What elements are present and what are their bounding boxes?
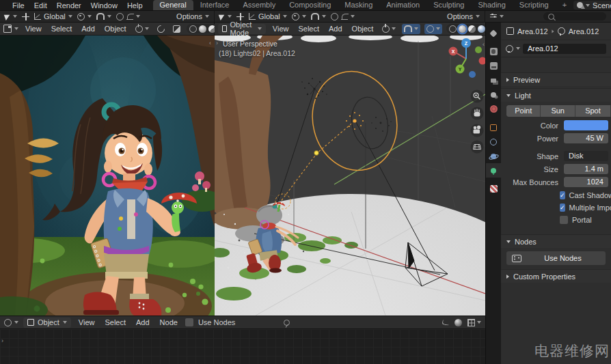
zoom-button[interactable] xyxy=(471,90,484,103)
shading-material-button[interactable] xyxy=(468,25,476,33)
panel-custom-properties[interactable]: Custom Properties xyxy=(501,269,611,283)
shading-solid-button[interactable] xyxy=(459,25,466,33)
pivot-dropdown[interactable] xyxy=(292,13,306,20)
pin-icon[interactable] xyxy=(284,320,290,326)
tab-interface[interactable]: Interface xyxy=(193,0,236,10)
light-color-swatch[interactable] xyxy=(564,120,608,130)
xray-toggle[interactable] xyxy=(171,24,182,34)
menu-view[interactable]: View xyxy=(23,25,44,33)
viewport-solid[interactable]: X Z Y xyxy=(215,36,485,316)
menu-window[interactable]: Window xyxy=(86,1,122,10)
tab-object[interactable] xyxy=(486,120,501,135)
tweak-tool-button[interactable] xyxy=(219,14,232,20)
tab-sculpting[interactable]: Sculpting xyxy=(426,0,471,10)
max-bounces-field[interactable]: 1024 xyxy=(564,177,608,187)
chevron-down-icon[interactable] xyxy=(477,321,481,324)
use-nodes-button[interactable]: Use Nodes xyxy=(506,251,606,265)
proportional-edit-dropdown[interactable] xyxy=(116,13,140,20)
power-field[interactable]: 45 W xyxy=(564,133,608,143)
gizmo-toggle[interactable] xyxy=(380,24,398,34)
tab-general[interactable]: General xyxy=(153,0,193,10)
panel-light[interactable]: Light xyxy=(501,88,611,102)
portal-checkbox[interactable] xyxy=(560,216,568,224)
menu-view[interactable]: View xyxy=(270,25,292,33)
shape-dropdown[interactable]: Disk xyxy=(564,151,608,161)
menu-object[interactable]: Object xyxy=(349,25,377,33)
menu-help[interactable]: Help xyxy=(122,1,148,10)
ortho-toggle-button[interactable] xyxy=(471,141,484,154)
mode-dropdown[interactable]: Object Mode xyxy=(218,24,266,34)
datablock-name-field[interactable]: Area.012 xyxy=(523,44,606,54)
camera-view-button[interactable] xyxy=(471,124,484,137)
shading-solid-button[interactable] xyxy=(199,25,206,33)
breadcrumb-object[interactable]: Area.012 xyxy=(517,27,548,36)
tab-scene[interactable] xyxy=(486,87,501,102)
options-dropdown-mid[interactable]: Options xyxy=(447,12,480,20)
use-nodes-checkbox[interactable] xyxy=(185,318,193,326)
light-type-spot[interactable]: Spot xyxy=(575,105,611,117)
panel-preview[interactable]: Preview xyxy=(501,72,611,86)
chevron-down-icon[interactable] xyxy=(516,47,520,50)
snap-dropdown[interactable] xyxy=(311,13,326,20)
scene-selector[interactable]: Scene xyxy=(573,1,611,10)
move-tool-icon[interactable] xyxy=(236,13,244,20)
proportional-toggle-active[interactable] xyxy=(424,24,442,34)
menu-select[interactable]: Select xyxy=(295,25,322,33)
orientation-dropdown[interactable]: Global xyxy=(249,12,287,20)
menu-node[interactable]: Node xyxy=(157,318,180,326)
overlay-toggle[interactable] xyxy=(155,24,167,34)
menu-view[interactable]: View xyxy=(76,318,98,326)
tab-shading[interactable]: Shading xyxy=(471,0,512,10)
shading-rendered-button[interactable] xyxy=(478,25,485,33)
menu-add[interactable]: Add xyxy=(133,318,152,326)
sidebar-toggle-icon[interactable]: ‹ xyxy=(483,41,485,48)
snap-dropdown[interactable] xyxy=(96,13,111,20)
tab-masking[interactable]: Masking xyxy=(338,0,379,10)
scene-name[interactable]: Scene xyxy=(593,1,611,10)
orientation-dropdown[interactable]: Global xyxy=(34,12,72,20)
pan-button[interactable] xyxy=(471,107,484,120)
light-handle-dot[interactable] xyxy=(314,151,319,156)
shading-wireframe-button[interactable] xyxy=(449,25,457,33)
pivot-dropdown[interactable] xyxy=(77,13,92,20)
multiple-importance-checkbox[interactable]: ✓ xyxy=(560,204,565,212)
light-type-sun[interactable]: Sun xyxy=(541,105,575,117)
snap-toggle-active[interactable] xyxy=(402,24,420,34)
properties-search-input[interactable] xyxy=(543,12,606,20)
tab-compositing[interactable]: Compositing xyxy=(282,0,338,10)
editor-type-button[interactable] xyxy=(3,25,18,33)
tab-assembly[interactable]: Assembly xyxy=(236,0,282,10)
menu-add[interactable]: Add xyxy=(326,25,345,33)
panel-nodes[interactable]: Nodes xyxy=(501,234,611,248)
size-field[interactable]: 1.4 m xyxy=(564,164,608,174)
parent-node-tree-icon[interactable] xyxy=(442,320,449,326)
toolbar-toggle-icon[interactable]: › xyxy=(1,337,3,344)
menu-add[interactable]: Add xyxy=(79,25,98,33)
snap-grid-icon[interactable] xyxy=(467,319,475,326)
tweak-tool-button[interactable] xyxy=(5,14,17,20)
cast-shadow-checkbox[interactable]: ✓ xyxy=(560,191,565,199)
tab-tool[interactable] xyxy=(486,26,501,40)
light-type-point[interactable]: Point xyxy=(506,105,541,117)
tab-output[interactable] xyxy=(486,59,501,73)
tab-animation[interactable]: Animation xyxy=(379,0,426,10)
move-tool-icon[interactable] xyxy=(22,13,29,20)
tab-view-layer[interactable] xyxy=(486,73,501,87)
tab-constraints[interactable] xyxy=(486,135,501,149)
add-workspace-button[interactable]: + xyxy=(556,0,573,10)
material-preview-icon[interactable] xyxy=(454,319,462,326)
shader-type-dropdown[interactable]: Object xyxy=(23,318,71,328)
viewport-rendered[interactable]: ‹ xyxy=(0,36,215,316)
gizmo-toggle[interactable] xyxy=(133,24,151,34)
properties-filter-button[interactable] xyxy=(490,14,504,20)
shading-wireframe-button[interactable] xyxy=(189,25,197,33)
node-editor-canvas[interactable]: › xyxy=(0,329,485,364)
editor-type-button[interactable] xyxy=(4,319,18,326)
toolbar-toggle-icon[interactable]: › xyxy=(216,40,218,46)
menu-select[interactable]: Select xyxy=(102,318,128,326)
menu-edit[interactable]: Edit xyxy=(29,1,52,10)
breadcrumb-data[interactable]: Area.012 xyxy=(569,27,599,36)
tab-render[interactable] xyxy=(486,44,501,59)
menu-object[interactable]: Object xyxy=(102,25,129,33)
tab-texture[interactable] xyxy=(486,182,501,196)
